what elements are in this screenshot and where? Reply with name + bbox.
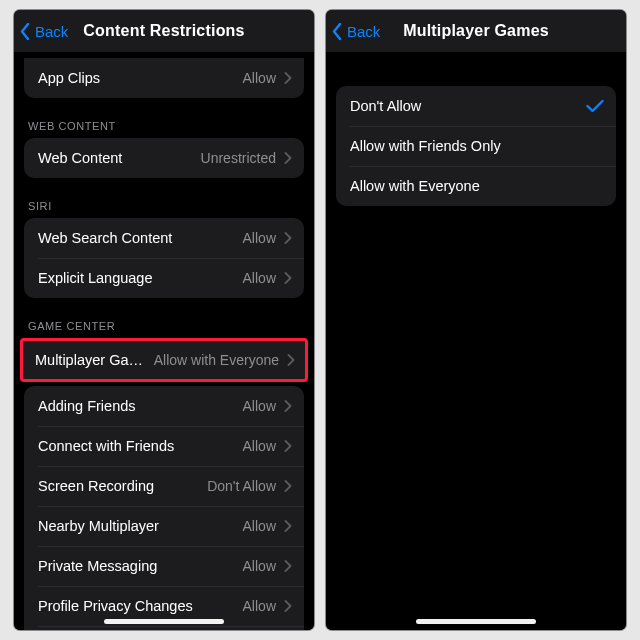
phone-right: Back Multiplayer Games Don't Allow Allow… <box>326 10 626 630</box>
chevron-right-icon <box>284 480 292 492</box>
chevron-left-icon <box>332 23 342 40</box>
option-allow-friends-only[interactable]: Allow with Friends Only <box>336 126 616 166</box>
chevron-right-icon <box>287 354 295 366</box>
row-label: Private Messaging <box>38 558 235 574</box>
row-value: Allow <box>243 518 276 534</box>
option-label: Allow with Friends Only <box>350 138 604 154</box>
option-allow-everyone[interactable]: Allow with Everyone <box>336 166 616 206</box>
settings-body: Don't Allow Allow with Friends Only Allo… <box>326 52 626 630</box>
row-label: Web Content <box>38 150 193 166</box>
row-label: Profile Privacy Changes <box>38 598 235 614</box>
check-icon <box>586 99 604 113</box>
row-label: Web Search Content <box>38 230 235 246</box>
cell-group-top: App Clips Allow <box>24 58 304 98</box>
navbar: Back Multiplayer Games <box>326 10 626 53</box>
page-title: Multiplayer Games <box>403 22 549 40</box>
row-label: Multiplayer Games <box>35 352 146 368</box>
cell-group-web-content: Web Content Unrestricted <box>24 138 304 178</box>
chevron-left-icon <box>20 23 30 40</box>
row-value: Don't Allow <box>207 478 276 494</box>
cell-group-options: Don't Allow Allow with Friends Only Allo… <box>336 86 616 206</box>
section-header-game-center: GAME CENTER <box>14 298 314 338</box>
row-explicit-language[interactable]: Explicit Language Allow <box>24 258 304 298</box>
row-label: Nearby Multiplayer <box>38 518 235 534</box>
row-value: Allow <box>243 598 276 614</box>
row-label: Connect with Friends <box>38 438 235 454</box>
row-web-content[interactable]: Web Content Unrestricted <box>24 138 304 178</box>
chevron-right-icon <box>284 400 292 412</box>
row-value: Allow <box>243 230 276 246</box>
option-label: Allow with Everyone <box>350 178 604 194</box>
chevron-right-icon <box>284 520 292 532</box>
chevron-right-icon <box>284 272 292 284</box>
phone-left: Back Content Restrictions App Clips Allo… <box>14 10 314 630</box>
row-app-clips[interactable]: App Clips Allow <box>24 58 304 98</box>
back-button[interactable]: Back <box>332 10 380 52</box>
row-label: Screen Recording <box>38 478 199 494</box>
row-nearby-multiplayer[interactable]: Nearby Multiplayer Allow <box>24 506 304 546</box>
chevron-right-icon <box>284 560 292 572</box>
row-value: Allow <box>243 398 276 414</box>
row-connect-with-friends[interactable]: Connect with Friends Allow <box>24 426 304 466</box>
row-value: Allow <box>243 558 276 574</box>
row-label: Explicit Language <box>38 270 235 286</box>
settings-body: App Clips Allow WEB CONTENT Web Content … <box>14 52 314 630</box>
chevron-right-icon <box>284 72 292 84</box>
back-label: Back <box>347 23 380 40</box>
home-indicator[interactable] <box>416 619 536 624</box>
back-label: Back <box>35 23 68 40</box>
home-indicator[interactable] <box>104 619 224 624</box>
row-screen-recording[interactable]: Screen Recording Don't Allow <box>24 466 304 506</box>
option-label: Don't Allow <box>350 98 578 114</box>
chevron-right-icon <box>284 152 292 164</box>
navbar: Back Content Restrictions <box>14 10 314 53</box>
back-button[interactable]: Back <box>20 10 68 52</box>
row-label: App Clips <box>38 70 235 86</box>
row-value: Allow <box>243 270 276 286</box>
row-avatar-nickname-changes[interactable]: Avatar & Nickname Changes Allow <box>24 626 304 630</box>
section-header-web-content: WEB CONTENT <box>14 98 314 138</box>
row-value: Allow <box>243 438 276 454</box>
row-value: Unrestricted <box>201 150 276 166</box>
chevron-right-icon <box>284 232 292 244</box>
page-title: Content Restrictions <box>83 22 244 40</box>
section-header-siri: SIRI <box>14 178 314 218</box>
chevron-right-icon <box>284 600 292 612</box>
row-adding-friends[interactable]: Adding Friends Allow <box>24 386 304 426</box>
row-multiplayer-games[interactable]: Multiplayer Games Allow with Everyone <box>23 341 305 379</box>
row-web-search-content[interactable]: Web Search Content Allow <box>24 218 304 258</box>
row-value: Allow <box>243 70 276 86</box>
row-value: Allow with Everyone <box>154 352 279 368</box>
row-label: Adding Friends <box>38 398 235 414</box>
chevron-right-icon <box>284 440 292 452</box>
cell-group-siri: Web Search Content Allow Explicit Langua… <box>24 218 304 298</box>
option-dont-allow[interactable]: Don't Allow <box>336 86 616 126</box>
row-private-messaging[interactable]: Private Messaging Allow <box>24 546 304 586</box>
highlighted-row-wrap: Multiplayer Games Allow with Everyone <box>20 338 308 382</box>
cell-group-game-center: Adding Friends Allow Connect with Friend… <box>24 386 304 630</box>
